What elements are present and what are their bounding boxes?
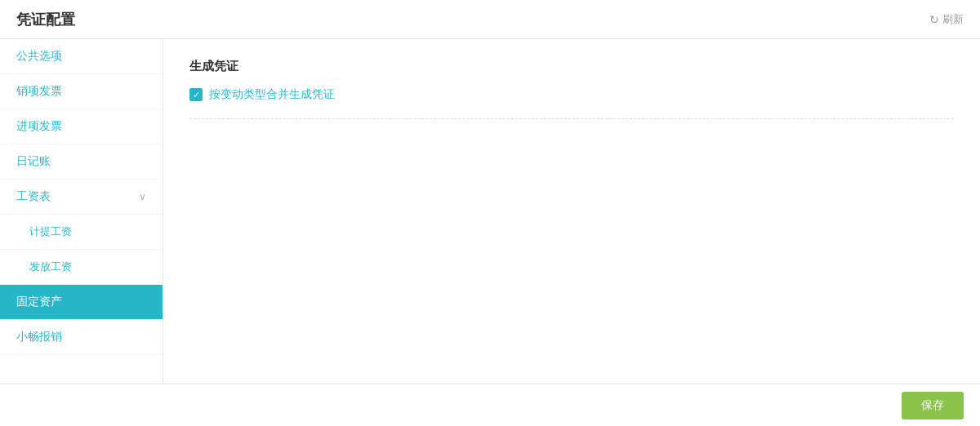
- sidebar-label-journal: 日记账: [16, 154, 51, 169]
- chevron-down-icon: ∨: [139, 191, 146, 202]
- sidebar-label-sales-invoice: 销项发票: [16, 84, 62, 99]
- sidebar-item-commission[interactable]: 计提工资: [0, 215, 163, 250]
- page-title: 凭证配置: [16, 10, 75, 29]
- page-footer: 保存: [0, 384, 980, 426]
- sidebar-item-distribute[interactable]: 发放工资: [0, 250, 163, 285]
- sidebar-item-purchase-invoice[interactable]: 进项发票: [0, 109, 163, 144]
- sidebar-label-fixed-assets: 固定资产: [16, 295, 62, 309]
- checkmark-icon: ✓: [193, 90, 200, 100]
- sidebar: 公共选项销项发票进项发票日记账工资表∨计提工资发放工资固定资产小畅报销: [0, 39, 163, 384]
- sidebar-label-public-options: 公共选项: [16, 49, 62, 64]
- page-body: 公共选项销项发票进项发票日记账工资表∨计提工资发放工资固定资产小畅报销 生成凭证…: [0, 39, 980, 384]
- refresh-label: 刷新: [942, 12, 964, 27]
- sidebar-label-purchase-invoice: 进项发票: [16, 119, 62, 134]
- sidebar-item-fixed-assets[interactable]: 固定资产: [0, 285, 163, 320]
- sidebar-item-payroll[interactable]: 工资表∨: [0, 180, 163, 215]
- merge-checkbox-row[interactable]: ✓ 按变动类型合并生成凭证: [189, 87, 954, 102]
- sidebar-label-payroll: 工资表: [16, 189, 51, 204]
- sidebar-label-distribute: 发放工资: [29, 260, 72, 274]
- save-button[interactable]: 保存: [902, 392, 964, 419]
- sidebar-item-expense-report[interactable]: 小畅报销: [0, 320, 163, 355]
- merge-checkbox-label: 按变动类型合并生成凭证: [209, 87, 335, 102]
- sidebar-label-expense-report: 小畅报销: [16, 330, 62, 344]
- sidebar-item-sales-invoice[interactable]: 销项发票: [0, 74, 163, 109]
- section-title: 生成凭证: [189, 59, 954, 74]
- section-divider: [189, 118, 954, 119]
- sidebar-item-journal[interactable]: 日记账: [0, 144, 163, 180]
- page-header: 凭证配置 ↻ 刷新: [0, 0, 980, 39]
- refresh-icon: ↻: [929, 13, 939, 26]
- main-content: 生成凭证 ✓ 按变动类型合并生成凭证: [163, 39, 980, 384]
- refresh-button[interactable]: ↻ 刷新: [929, 12, 964, 27]
- sidebar-item-public-options[interactable]: 公共选项: [0, 39, 163, 74]
- merge-checkbox[interactable]: ✓: [189, 88, 203, 101]
- sidebar-label-commission: 计提工资: [29, 224, 72, 239]
